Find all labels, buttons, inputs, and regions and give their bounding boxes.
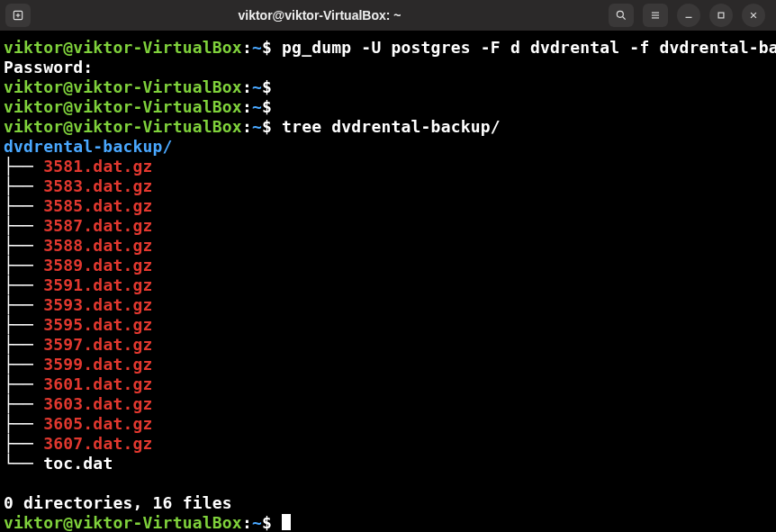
svg-point-3 [617, 11, 623, 17]
prompt-path: ~ [252, 117, 262, 136]
tree-file: toc.dat [43, 454, 113, 473]
tree-file: 3587.dat.gz [43, 216, 152, 235]
window-title: viktor@viktor-VirtualBox: ~ [36, 8, 603, 23]
tree-file: 3605.dat.gz [43, 414, 152, 433]
tree-row: ├── 3585.dat.gz [4, 196, 772, 216]
tree-row: └── toc.dat [4, 454, 772, 473]
prompt-sep: : [242, 77, 252, 96]
tree-file: 3607.dat.gz [43, 434, 152, 453]
tree-row: ├── 3593.dat.gz [4, 295, 772, 315]
tree-row: ├── 3603.dat.gz [4, 394, 772, 414]
titlebar-left [5, 4, 31, 27]
close-button[interactable] [742, 4, 765, 27]
prompt-user-host: viktor@viktor-VirtualBox [4, 117, 242, 136]
tree-file: 3597.dat.gz [43, 335, 152, 354]
tree-row: ├── 3583.dat.gz [4, 176, 772, 196]
tree-file: 3599.dat.gz [43, 355, 152, 374]
tree-file: 3581.dat.gz [43, 157, 152, 176]
cmd-text: tree dvdrental-backup/ [282, 117, 501, 136]
maximize-button[interactable] [709, 4, 733, 27]
tree-file: 3589.dat.gz [43, 256, 152, 275]
tree-file: 3591.dat.gz [43, 275, 152, 294]
line-cmd-tree: viktor@viktor-VirtualBox:~$ tree dvdrent… [4, 117, 772, 137]
hamburger-icon [649, 9, 662, 22]
tree-file: 3585.dat.gz [43, 196, 152, 215]
tree-row: ├── 3605.dat.gz [4, 414, 772, 434]
line-current-prompt: viktor@viktor-VirtualBox:~$ [4, 513, 772, 532]
minimize-icon [682, 9, 695, 22]
tree-row: ├── 3581.dat.gz [4, 157, 772, 176]
prompt-user-host: viktor@viktor-VirtualBox [4, 97, 242, 116]
tree-row: ├── 3607.dat.gz [4, 434, 772, 454]
prompt-path: ~ [252, 513, 262, 532]
cmd-text: pg_dump -U postgres -F d dvdrental -f dv… [282, 38, 776, 57]
prompt-sigil: $ [262, 77, 282, 96]
tree-file: 3601.dat.gz [43, 374, 152, 393]
prompt-sigil: $ [262, 513, 282, 532]
minimize-button[interactable] [677, 4, 700, 27]
cursor [282, 514, 291, 530]
search-button[interactable] [609, 4, 634, 27]
tree-file: 3588.dat.gz [43, 236, 152, 255]
tree-row: ├── 3599.dat.gz [4, 355, 772, 374]
tree-row: ├── 3595.dat.gz [4, 315, 772, 335]
prompt-user-host: viktor@viktor-VirtualBox [4, 77, 242, 96]
tree-row: ├── 3601.dat.gz [4, 374, 772, 394]
line-cmd-pgdump: viktor@viktor-VirtualBox:~$ pg_dump -U p… [4, 38, 772, 58]
tree-row: ├── 3589.dat.gz [4, 256, 772, 275]
titlebar-right [609, 4, 771, 27]
search-icon [615, 9, 627, 22]
terminal-output[interactable]: viktor@viktor-VirtualBox:~$ pg_dump -U p… [0, 31, 776, 532]
prompt-sigil: $ [262, 97, 282, 116]
prompt-path: ~ [252, 97, 262, 116]
svg-line-4 [623, 17, 626, 20]
prompt-sep: : [242, 117, 252, 136]
line-empty-prompt: viktor@viktor-VirtualBox:~$ [4, 97, 772, 117]
prompt-user-host: viktor@viktor-VirtualBox [4, 513, 242, 532]
tree-dir-header: dvdrental-backup/ [4, 137, 772, 157]
tree-file: 3595.dat.gz [43, 315, 152, 334]
maximize-icon [715, 9, 727, 22]
tree-blank [4, 473, 772, 493]
line-empty-prompt: viktor@viktor-VirtualBox:~$ [4, 77, 772, 97]
prompt-path: ~ [252, 38, 262, 57]
tree-file: 3583.dat.gz [43, 176, 152, 195]
tree-summary: 0 directories, 16 files [4, 493, 772, 513]
window-controls [677, 4, 765, 27]
close-icon [747, 9, 760, 22]
prompt-sep: : [242, 97, 252, 116]
prompt-sep: : [242, 38, 252, 57]
svg-rect-9 [718, 13, 724, 18]
tree-row: ├── 3588.dat.gz [4, 236, 772, 256]
new-tab-button[interactable] [5, 4, 31, 27]
prompt-sigil: $ [262, 38, 282, 57]
prompt-path: ~ [252, 77, 262, 96]
menu-button[interactable] [643, 4, 668, 27]
prompt-user-host: viktor@viktor-VirtualBox [4, 38, 242, 57]
titlebar: viktor@viktor-VirtualBox: ~ [0, 0, 776, 31]
new-tab-icon [12, 9, 24, 22]
tree-file: 3603.dat.gz [43, 394, 152, 413]
line-password: Password: [4, 58, 772, 77]
tree-row: ├── 3591.dat.gz [4, 275, 772, 295]
tree-row: ├── 3597.dat.gz [4, 335, 772, 355]
tree-row: ├── 3587.dat.gz [4, 216, 772, 236]
prompt-sigil: $ [262, 117, 282, 136]
prompt-sep: : [242, 513, 252, 532]
tree-file: 3593.dat.gz [43, 295, 152, 314]
